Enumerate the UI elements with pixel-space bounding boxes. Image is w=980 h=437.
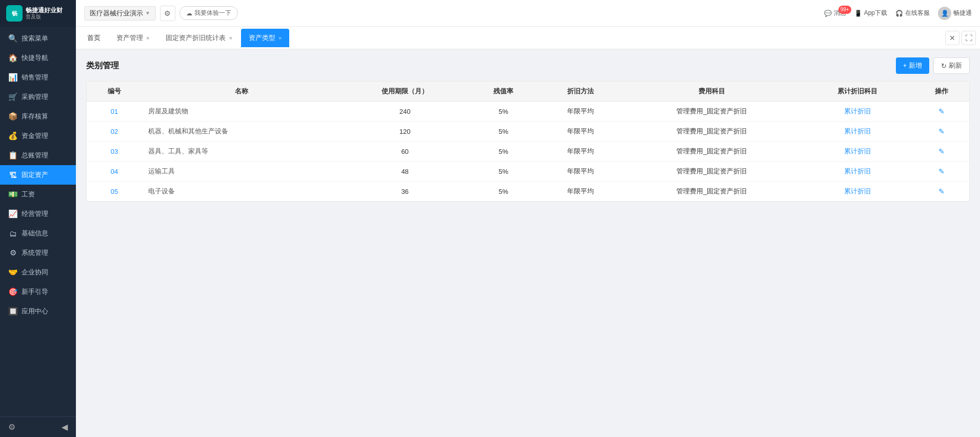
cell-method: 年限平均 [538,162,623,182]
sidebar-footer: ⚙ ◀ [0,416,76,437]
close-tab-button[interactable]: ✕ [945,31,959,45]
page-header: 类别管理 + 新增 ↻ 刷新 [86,57,970,74]
settings-button[interactable]: ⚙ [160,6,175,21]
sidebar-item-ledger[interactable]: 📋 总账管理 [0,146,76,165]
edit-icon[interactable]: ✎ [938,127,945,135]
new-button[interactable]: + 新增 [896,57,929,74]
edit-icon[interactable]: ✎ [938,187,945,195]
content-area: 类别管理 + 新增 ↻ 刷新 编号名称使用期限（月）残值率折旧方法费用科目累计折… [76,49,980,437]
table-header-cell: 折旧方法 [538,82,623,102]
message-icon: 💬 [824,10,832,17]
nav-label-purchase: 采购管理 [22,92,48,102]
cell-name: 运输工具 [142,162,342,182]
sidebar-item-finance[interactable]: 💰 资金管理 [0,126,76,146]
cell-expense: 管理费用_固定资产折旧 [623,102,801,122]
tab-close-asset-type[interactable]: × [278,35,282,41]
data-table: 编号名称使用期限（月）残值率折旧方法费用科目累计折旧科目操作 01 房屋及建筑物… [87,82,969,201]
table-row: 02 机器、机械和其他生产设备 120 5% 年限平均 管理费用_固定资产折旧 … [87,122,969,142]
cell-duration: 240 [341,102,468,122]
cell-code: 05 [87,182,142,202]
nav-label-inventory: 库存核算 [22,112,48,121]
message-badge: 99+ [838,6,851,14]
sidebar-item-sales[interactable]: 📊 销售管理 [0,68,76,87]
sidebar-item-search[interactable]: 🔍 搜索菜单 [0,29,76,48]
customer-service-action[interactable]: 🎧 在线客服 [895,9,930,17]
sidebar-item-purchase[interactable]: 🛒 采购管理 [0,87,76,107]
tabs-controls: ✕ ⛶ [945,31,976,45]
tab-asset-manage[interactable]: 资产管理 × [109,29,157,47]
table-row: 03 器具、工具、家具等 60 5% 年限平均 管理费用_固定资产折旧 累计折旧… [87,142,969,162]
nav-icon-quick-nav: 🏠 [8,53,17,63]
nav-icon-payroll: 💵 [8,190,17,199]
nav-label-enterprise: 企业协同 [22,268,48,277]
collapse-icon[interactable]: ◀ [62,422,68,432]
chevron-down-icon: ▼ [145,10,150,16]
cell-code: 02 [87,122,142,142]
table-row: 01 房屋及建筑物 240 5% 年限平均 管理费用_固定资产折旧 累计折旧 ✎ [87,102,969,122]
tab-home[interactable]: 首页 [80,29,108,47]
cell-action[interactable]: ✎ [914,142,969,162]
nav-label-search: 搜索菜单 [22,34,48,43]
sidebar-item-system[interactable]: ⚙ 系统管理 [0,243,76,263]
app-download-action[interactable]: 📱 App下载 [854,9,887,17]
nav-label-quick-nav: 快捷导航 [22,53,48,63]
cell-action[interactable]: ✎ [914,122,969,142]
header-actions: + 新增 ↻ 刷新 [896,57,970,74]
cell-action[interactable]: ✎ [914,182,969,202]
cell-name: 机器、机械和其他生产设备 [142,122,342,142]
sidebar-item-inventory[interactable]: 📦 库存核算 [0,107,76,126]
app-logo: 畅 畅捷通好业财 普及版 [0,0,76,27]
refresh-button[interactable]: ↻ 刷新 [933,57,970,74]
edit-icon[interactable]: ✎ [938,107,945,115]
edit-icon[interactable]: ✎ [938,147,945,155]
edit-icon[interactable]: ✎ [938,167,945,175]
sidebar-item-apps[interactable]: 🔲 应用中心 [0,302,76,321]
cell-expense: 管理费用_固定资产折旧 [623,162,801,182]
tab-depreciation-report[interactable]: 固定资产折旧统计表 × [158,29,239,47]
sidebar-item-enterprise[interactable]: 🤝 企业协同 [0,263,76,282]
nav-label-operations: 经营管理 [22,209,48,218]
avatar: 👤 [938,7,951,20]
settings-icon[interactable]: ⚙ [8,422,15,432]
cell-accumulated: 累计折旧 [801,122,914,142]
cell-method: 年限平均 [538,102,623,122]
cell-duration: 36 [341,182,468,202]
expand-tab-button[interactable]: ⛶ [962,31,976,45]
table-header-cell: 操作 [914,82,969,102]
tab-close-asset-manage[interactable]: × [146,35,149,41]
logo-icon: 畅 [6,5,23,22]
sidebar-item-operations[interactable]: 📈 经营管理 [0,204,76,224]
cell-name: 器具、工具、家具等 [142,142,342,162]
industry-selector[interactable]: 医疗器械行业演示 ▼ [84,6,156,21]
topbar: 医疗器械行业演示 ▼ ⚙ ☁ 我要体验一下 💬 消息 99+ 📱 App下载 🎧… [76,0,980,27]
sidebar: 畅 畅捷通好业财 普及版 🔍 搜索菜单 🏠 快捷导航 📊 销售管理 🛒 采购管理… [0,0,76,437]
nav-menu: 🔍 搜索菜单 🏠 快捷导航 📊 销售管理 🛒 采购管理 📦 库存核算 💰 资金管… [0,27,76,416]
sidebar-item-basic-info[interactable]: 🗂 基础信息 [0,224,76,243]
cell-accumulated: 累计折旧 [801,182,914,202]
table-header-cell: 名称 [142,82,342,102]
sidebar-item-fixed-assets[interactable]: 🏗 固定资产 [0,165,76,185]
sidebar-item-quick-nav[interactable]: 🏠 快捷导航 [0,48,76,68]
nav-icon-guide: 🎯 [8,287,17,296]
main-area: 医疗器械行业演示 ▼ ⚙ ☁ 我要体验一下 💬 消息 99+ 📱 App下载 🎧… [76,0,980,437]
cell-accumulated: 累计折旧 [801,162,914,182]
cell-method: 年限平均 [538,122,623,142]
cell-residual: 5% [469,162,538,182]
nav-icon-enterprise: 🤝 [8,268,17,277]
sidebar-item-guide[interactable]: 🎯 新手引导 [0,282,76,302]
sidebar-item-payroll[interactable]: 💵 工资 [0,185,76,204]
table-header-cell: 残值率 [469,82,538,102]
tab-asset-type[interactable]: 资产类型 × [241,29,289,47]
experience-button[interactable]: ☁ 我要体验一下 [179,6,238,20]
message-action[interactable]: 💬 消息 99+ [824,9,846,17]
user-area[interactable]: 👤 畅捷通 [938,7,972,20]
experience-icon: ☁ [186,10,192,17]
cell-action[interactable]: ✎ [914,102,969,122]
cell-expense: 管理费用_固定资产折旧 [623,142,801,162]
cell-action[interactable]: ✎ [914,162,969,182]
nav-icon-basic-info: 🗂 [8,229,17,238]
cell-accumulated: 累计折旧 [801,102,914,122]
table-header-cell: 累计折旧科目 [801,82,914,102]
cell-accumulated: 累计折旧 [801,142,914,162]
tab-close-depreciation[interactable]: × [229,35,232,41]
